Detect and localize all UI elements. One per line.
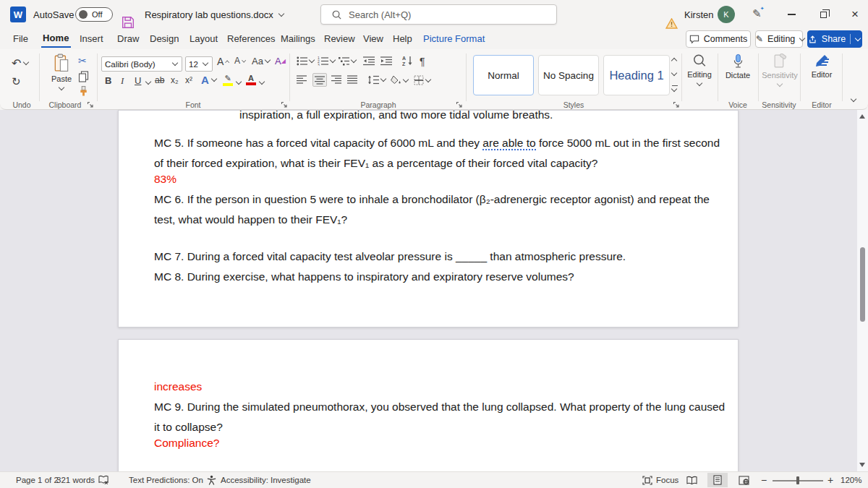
comments-button[interactable]: Comments bbox=[686, 30, 751, 48]
editor-button[interactable]: Editor bbox=[803, 53, 841, 79]
answer-mc8[interactable]: increases bbox=[154, 377, 728, 397]
copy-button[interactable] bbox=[78, 71, 89, 82]
shading-button[interactable] bbox=[391, 75, 409, 85]
show-formatting-button[interactable]: ¶ bbox=[420, 56, 425, 67]
question-mc9[interactable]: MC 9. During the simulated pneumothorax,… bbox=[154, 397, 728, 437]
accessibility-status[interactable]: Accessibility: Investigate bbox=[206, 472, 311, 488]
answer-mc9[interactable]: Compliance? bbox=[154, 433, 728, 453]
scrollbar-thumb[interactable] bbox=[860, 247, 865, 322]
question-mc8[interactable]: MC 8. During exercise, what happens to i… bbox=[154, 267, 728, 287]
search-input[interactable]: Search (Alt+Q) bbox=[320, 4, 557, 25]
decrease-indent-button[interactable] bbox=[363, 56, 375, 66]
italic-button[interactable]: I bbox=[121, 75, 124, 87]
paragraph-dialog-launcher[interactable] bbox=[456, 101, 463, 108]
style-no-spacing[interactable]: No Spacing bbox=[538, 55, 599, 95]
vertical-scrollbar[interactable] bbox=[857, 110, 868, 471]
style-heading1[interactable]: Heading 1 bbox=[603, 55, 670, 95]
tab-layout[interactable]: Layout bbox=[188, 29, 219, 48]
shrink-font-button[interactable]: A bbox=[234, 56, 247, 66]
restore-button[interactable] bbox=[807, 0, 839, 29]
subscript-button[interactable]: x₂ bbox=[171, 75, 179, 85]
paste-button[interactable]: Paste bbox=[43, 53, 80, 92]
editing-button[interactable]: Editing bbox=[682, 53, 717, 87]
change-case-button[interactable]: Aa bbox=[252, 56, 271, 67]
multilevel-list-button[interactable] bbox=[339, 56, 357, 66]
tab-file[interactable]: File bbox=[12, 29, 30, 48]
bold-button[interactable]: B bbox=[105, 75, 111, 86]
scroll-down-arrow[interactable] bbox=[859, 463, 865, 467]
tab-insert[interactable]: Insert bbox=[78, 29, 105, 48]
styles-dialog-launcher[interactable] bbox=[673, 101, 680, 108]
align-right-button[interactable] bbox=[331, 75, 341, 84]
zoom-in-button[interactable]: + bbox=[827, 472, 833, 488]
tab-help[interactable]: Help bbox=[391, 29, 414, 48]
zoom-level[interactable]: 120% bbox=[841, 472, 861, 488]
autosave-toggle[interactable]: Off bbox=[75, 7, 113, 22]
page-2[interactable]: increases MC 9. During the simulated pne… bbox=[118, 339, 739, 471]
align-left-button[interactable] bbox=[297, 75, 307, 84]
redo-button[interactable]: ↻ bbox=[12, 75, 21, 88]
answer-mc5[interactable]: 83% bbox=[154, 169, 728, 189]
proofing-errors-icon[interactable] bbox=[98, 472, 109, 488]
styles-scroll-down[interactable] bbox=[671, 71, 678, 77]
text-effects-button[interactable]: A bbox=[201, 74, 218, 86]
styles-scroll-up[interactable] bbox=[671, 56, 678, 63]
web-layout-button[interactable] bbox=[733, 473, 754, 487]
styles-gallery-more[interactable] bbox=[671, 84, 678, 93]
zoom-out-button[interactable]: − bbox=[761, 472, 767, 488]
bullets-button[interactable] bbox=[297, 56, 315, 66]
chevron-down-icon[interactable] bbox=[236, 80, 242, 86]
grammar-suggestion[interactable]: are able to bbox=[482, 137, 535, 150]
tab-home[interactable]: Home bbox=[41, 29, 71, 48]
page-indicator[interactable]: Page 1 of 2 bbox=[16, 472, 59, 488]
borders-button[interactable] bbox=[414, 75, 432, 85]
text-predictions[interactable]: Text Predictions: On bbox=[129, 472, 203, 488]
increase-indent-button[interactable] bbox=[380, 56, 392, 66]
align-center-button[interactable] bbox=[312, 73, 327, 87]
clear-formatting-button[interactable]: A◢ bbox=[275, 56, 286, 67]
tab-view[interactable]: View bbox=[362, 29, 385, 48]
print-layout-button[interactable] bbox=[707, 473, 728, 487]
highlight-color-button[interactable]: ✎ bbox=[223, 74, 233, 86]
minimize-button[interactable] bbox=[775, 0, 807, 29]
question-mc5[interactable]: MC 5. If someone has a forced vital capa… bbox=[154, 133, 728, 174]
close-button[interactable]: × bbox=[839, 0, 868, 29]
strikethrough-button[interactable]: ab bbox=[155, 75, 164, 85]
whats-new-icon[interactable]: ✎✦ bbox=[752, 7, 762, 20]
tab-references[interactable]: References bbox=[226, 29, 276, 48]
undo-button[interactable]: ↶ bbox=[12, 56, 30, 70]
cut-button[interactable]: ✂ bbox=[78, 55, 87, 67]
superscript-button[interactable]: x² bbox=[185, 75, 192, 85]
underline-button[interactable]: U bbox=[135, 75, 141, 86]
question-mc7[interactable]: MC 7. During a forced vital capacity tes… bbox=[154, 247, 728, 267]
word-count[interactable]: 321 words bbox=[56, 472, 95, 488]
clipboard-dialog-launcher[interactable] bbox=[87, 101, 94, 108]
font-dialog-launcher[interactable] bbox=[281, 101, 288, 108]
tab-review[interactable]: Review bbox=[323, 29, 357, 48]
line-spacing-button[interactable] bbox=[367, 75, 387, 85]
chevron-down-icon[interactable] bbox=[145, 80, 152, 86]
font-size-select[interactable]: 12 bbox=[185, 56, 213, 72]
zoom-thumb[interactable] bbox=[796, 476, 799, 484]
chevron-down-icon[interactable] bbox=[259, 80, 265, 86]
read-mode-button[interactable] bbox=[681, 473, 702, 487]
editing-mode-button[interactable]: ✎ Editing bbox=[755, 30, 803, 48]
word-logo-icon[interactable]: W bbox=[10, 7, 26, 22]
scroll-up-arrow[interactable] bbox=[859, 114, 865, 119]
avatar[interactable]: K bbox=[718, 6, 735, 23]
focus-button[interactable]: Focus bbox=[642, 472, 678, 488]
tab-draw[interactable]: Draw bbox=[116, 29, 140, 48]
numbering-button[interactable]: 123 bbox=[318, 56, 336, 66]
font-color-button[interactable]: A bbox=[246, 74, 256, 85]
tab-picture-format[interactable]: Picture Format bbox=[422, 29, 486, 48]
format-painter-button[interactable] bbox=[78, 85, 89, 97]
style-normal[interactable]: Normal bbox=[473, 55, 534, 95]
document-title[interactable]: Respiratory lab questions.docx bbox=[145, 0, 285, 29]
collapse-ribbon-button[interactable] bbox=[851, 97, 857, 103]
grow-font-button[interactable]: A bbox=[217, 56, 231, 67]
clipped-paragraph[interactable]: inspiration, a full expiration, and two … bbox=[239, 110, 673, 125]
font-name-select[interactable]: Calibri (Body) bbox=[101, 56, 182, 72]
page-1[interactable]: inspiration, a full expiration, and two … bbox=[118, 110, 739, 328]
zoom-slider[interactable] bbox=[773, 473, 823, 488]
question-mc6[interactable]: MC 6. If the person in question 5 were t… bbox=[154, 189, 728, 230]
